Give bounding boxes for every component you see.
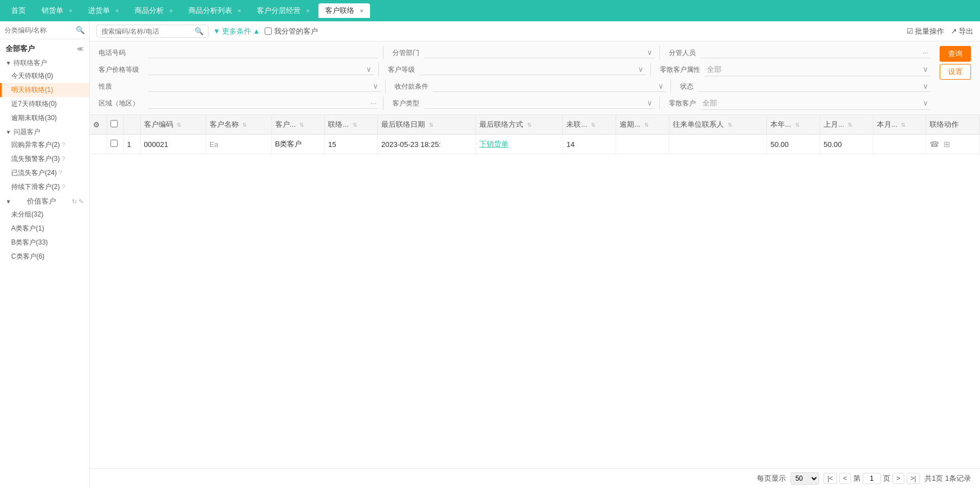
per-page-select[interactable]: 50 100 200 [791,472,819,485]
section-problem-customers[interactable]: 问题客户 [0,125,89,138]
nav-item-customer-tier[interactable]: 客户分层经营 × [250,3,316,18]
section-pending-contact[interactable]: 待联络客户 [0,56,89,69]
refresh-icon[interactable]: ↻ ✎ [72,198,84,205]
search-box: 🔍 [96,25,209,38]
query-button[interactable]: 查询 [940,46,971,62]
page-input[interactable] [863,473,881,484]
next-page-button[interactable]: > [893,473,904,484]
prev-page-button[interactable]: < [839,473,851,484]
filter-phone-input[interactable] [148,48,378,58]
chevron-down-icon: ∨ [373,82,378,90]
toolbar-right: ☑ 批量操作 ↗ 导出 [907,26,973,36]
filter-scatter-customer-select[interactable]: 全部∨ [700,97,931,110]
table-col-name[interactable]: 客户名称 ⇅ [206,115,271,135]
sidebar-item-overdue[interactable]: 逾期未联络(30) [0,111,89,125]
row-last-month: 50.00 [820,135,873,154]
row-select-checkbox[interactable] [110,140,118,147]
collapse-icon: ≪ [77,45,84,53]
row-last-date: 2023-05-23 18:25: [377,135,475,154]
sidebar-item-c-class[interactable]: C类客户(6) [0,250,89,264]
search-icon[interactable]: 🔍 [76,26,85,34]
action-grid-icon[interactable]: ⊞ [944,140,950,149]
nav-item-home[interactable]: 首页 [4,3,33,18]
table-col-this-year[interactable]: 本年... ⇅ [767,115,820,135]
table-col-contact[interactable]: 联络... ⇅ [325,115,378,135]
sidebar-item-tomorrow[interactable]: 明天待联络(1) [0,83,89,97]
gear-icon[interactable]: ⚙ [93,121,100,129]
content-area: 🔍 ▼ 更多条件 ▲ 我分管的客户 ☑ 批量操作 ↗ 导出 [90,21,980,488]
close-icon[interactable]: × [169,7,173,14]
more-icon: ··· [370,99,376,107]
nav-item-purchase[interactable]: 进货单 × [81,3,126,18]
filter-grade-select[interactable]: ∨ [419,64,645,75]
filter-region-select[interactable]: ··· [148,98,378,109]
all-customers-title[interactable]: 全部客户 ≪ [0,39,89,56]
nav-item-analysis[interactable]: 商品分析 × [128,3,179,18]
toolbar: 🔍 ▼ 更多条件 ▲ 我分管的客户 ☑ 批量操作 ↗ 导出 [90,21,980,42]
filter-dept-select[interactable]: ∨ [424,47,654,58]
export-button[interactable]: ↗ 导出 [951,26,973,36]
sidebar-item-today[interactable]: 今天待联络(0) [0,69,89,83]
table-col-overdue[interactable]: 逾期... ⇅ [616,115,669,135]
my-customers-check[interactable] [265,27,272,35]
row-this-year: 50.00 [767,135,820,154]
main-layout: 🔍 全部客户 ≪ 待联络客户 今天待联络(0) 明天待联络(1) 近7天待联络(… [0,21,980,488]
table-col-actions: 联络动作 [926,115,980,135]
sidebar-item-a-class[interactable]: A类客户(1) [0,222,89,236]
sidebar-item-churned[interactable]: 已流失客户(24) ? [0,166,89,180]
nav-item-customer-contact[interactable]: 客户联络 × [318,3,370,18]
action-phone-icon[interactable]: ☎ [930,140,939,149]
table-col-last-date[interactable]: 最后联络日期 ⇅ [377,115,475,135]
section-value-customers[interactable]: 价值客户 ↻ ✎ [0,194,89,208]
filter-person-select[interactable]: ··· [700,47,931,58]
filter-label-region: 区域（地区） [99,99,144,108]
table-col-type[interactable]: 客户... ⇅ [271,115,325,135]
select-all-checkbox[interactable] [110,120,118,127]
table-col-checkbox [107,115,123,135]
table-col-not-linked[interactable]: 未联... ⇅ [563,115,616,135]
sidebar-item-churn-warning[interactable]: 流失预警客户(3) ? [0,152,89,166]
nav-item-sales[interactable]: 销货单 × [35,3,79,18]
search-icon[interactable]: 🔍 [195,27,204,35]
filter-price-level-select[interactable]: ∨ [148,64,374,75]
filter-status-select[interactable]: ∨ [698,81,931,92]
first-page-button[interactable]: |< [824,473,837,484]
nav-item-analysis-list[interactable]: 商品分析列表 × [182,3,248,18]
row-code: 000021 [140,135,206,154]
sidebar-item-7days[interactable]: 近7天待联络(0) [0,97,89,111]
close-icon[interactable]: × [115,7,119,14]
table-col-last-month[interactable]: 上月... ⇅ [820,115,873,135]
close-icon[interactable]: × [360,7,363,14]
filter-actions: 查询 设置 [940,46,971,110]
sidebar-search-input[interactable] [4,26,76,34]
filter-payment-select[interactable]: ∨ [433,81,665,92]
per-page-label: 每页显示 [757,473,786,484]
close-icon[interactable]: × [69,7,72,14]
table-row: 1 000021 Ea B类客户 15 2023-05-23 18:25: 下销… [90,135,980,154]
table-col-code[interactable]: 客户编码 ⇅ [140,115,206,135]
close-icon[interactable]: × [306,7,309,14]
close-icon[interactable]: × [238,7,241,14]
filter-label-scatter-customer: 零散客户 [669,99,696,108]
table-col-last-method[interactable]: 最后联络方式 ⇅ [476,115,563,135]
filter-customer-type-select[interactable]: ∨ [424,98,654,109]
table-col-gear[interactable]: ⚙ [90,115,107,135]
last-page-button[interactable]: >| [907,473,920,484]
search-input[interactable] [101,27,192,35]
batch-ops-button[interactable]: ☑ 批量操作 [907,26,944,36]
row-last-method[interactable]: 下销货单 [476,135,563,154]
table-col-this-month[interactable]: 本月... ⇅ [873,115,926,135]
filter-scatter-attr-select[interactable]: 全部∨ [705,63,931,76]
row-type: B类客户 [271,135,325,154]
settings-button[interactable]: 设置 [940,64,971,80]
filter-nature-select[interactable]: ∨ [148,81,381,92]
sidebar-item-b-class[interactable]: B类客户(33) [0,236,89,250]
checkbox-icon: ☑ [907,27,913,35]
sidebar-item-abnormal[interactable]: 回购异常客户(2) ? [0,138,89,152]
my-customers-checkbox[interactable]: 我分管的客户 [265,26,318,36]
table-col-unit-contact[interactable]: 往来单位联系人 ⇅ [669,115,766,135]
more-conditions-button[interactable]: ▼ 更多条件 ▲ [213,26,260,36]
chevron-down-icon: ∨ [638,65,644,73]
sidebar-item-ungrouped[interactable]: 未分组(32) [0,208,89,222]
sidebar-item-declining[interactable]: 持续下滑客户(2) ? [0,180,89,194]
